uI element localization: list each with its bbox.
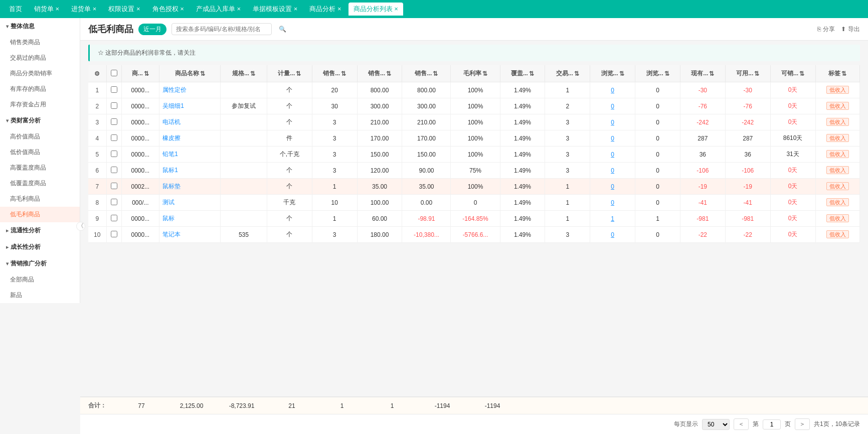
sidebar-item-new-products[interactable]: 新品 [0, 287, 80, 303]
row-checkbox[interactable] [106, 163, 121, 179]
col-coverage[interactable]: 覆盖...⇅ [500, 65, 545, 82]
nav-purchase[interactable]: 进货单 × [66, 3, 101, 16]
sidebar-item-traded-products[interactable]: 交易过的商品 [0, 50, 80, 66]
col-available[interactable]: 可用...⇅ [725, 65, 770, 82]
row-checkbox[interactable] [106, 227, 121, 243]
row-browse1[interactable]: 0 [590, 82, 635, 98]
search-icon[interactable]: 🔍 [279, 26, 286, 33]
row-browse1[interactable]: 0 [590, 147, 635, 163]
col-current[interactable]: 现有...⇅ [680, 65, 725, 82]
nav-product-entry[interactable]: 产成品入库单 × [191, 3, 246, 16]
col-spec[interactable]: 规格...⇅ [221, 65, 267, 82]
filter-recent-month-button[interactable]: 近一月 [138, 24, 166, 35]
col-profit[interactable]: 销售...⇅ [402, 65, 451, 82]
nav-home[interactable]: 首页 [4, 3, 27, 16]
alert-text: ☆ 这部分商品的利润非常低，请关注 [98, 49, 196, 56]
search-input[interactable] [171, 23, 272, 35]
sidebar-collapse-button[interactable]: 《 [76, 222, 85, 231]
row-browse1[interactable]: 0 [590, 163, 635, 179]
row-name[interactable]: 鼠标 [159, 211, 221, 227]
row-name[interactable]: 鼠标垫 [159, 179, 221, 195]
row-name[interactable]: 吴细细1 [159, 98, 221, 114]
sidebar-group-overall[interactable]: ▾ 整体信息 [0, 18, 80, 35]
sidebar-item-low-coverage[interactable]: 低覆盖度商品 [0, 176, 80, 191]
sidebar-item-capital[interactable]: 库存资金占用 [0, 97, 80, 112]
sidebar-item-low-margin[interactable]: 低毛利商品 [0, 207, 80, 222]
sidebar-item-low-value[interactable]: 低价值商品 [0, 144, 80, 160]
col-qty[interactable]: 销售...⇅ [312, 65, 357, 82]
row-no: 1 [88, 82, 106, 98]
page-size-select[interactable]: 50 100 200 [702, 419, 730, 430]
sidebar-group-marketing[interactable]: ▾ 营销推广分析 [0, 255, 80, 272]
sidebar-group-growth[interactable]: ▸ 成长性分析 [0, 239, 80, 255]
sidebar-item-all-products[interactable]: 全部商品 [0, 272, 80, 287]
nav-permission[interactable]: 权限设置 × [103, 3, 145, 16]
sidebar-item-high-margin[interactable]: 高毛利商品 [0, 191, 80, 207]
sidebar-item-high-value[interactable]: 高价值商品 [0, 129, 80, 144]
sidebar-item-inventory-products[interactable]: 有库存的商品 [0, 81, 80, 97]
row-name[interactable]: 橡皮擦 [159, 130, 221, 147]
row-checkbox[interactable] [106, 130, 121, 147]
row-name[interactable]: 测试 [159, 195, 221, 211]
chevron-right-icon-2: ▸ [6, 244, 9, 250]
row-no: 2 [88, 98, 106, 114]
sidebar-group-wealth[interactable]: ▾ 类财富分析 [0, 112, 80, 129]
nav-template[interactable]: 单据模板设置 × [248, 3, 302, 16]
next-page-button[interactable]: ＞ [795, 418, 810, 430]
col-settings[interactable]: ⚙ [88, 65, 106, 82]
col-tag[interactable]: 标签⇅ [815, 65, 859, 82]
row-checkbox[interactable] [106, 195, 121, 211]
nav-role[interactable]: 角色授权 × [147, 3, 189, 16]
col-browse2[interactable]: 浏览...⇅ [635, 65, 680, 82]
row-name[interactable]: 鼠标1 [159, 163, 221, 179]
sidebar-group-marketing-label: 营销推广分析 [11, 259, 47, 268]
table-row: 7 0002... 鼠标垫 个 1 35.00 35.00 100% 1.49%… [88, 179, 860, 195]
sidebar-item-sales-products[interactable]: 销售类商品 [0, 35, 80, 50]
col-browse1[interactable]: 浏览...⇅ [590, 65, 635, 82]
row-checkbox[interactable] [106, 98, 121, 114]
sidebar-item-category-rate[interactable]: 商品分类助销率 [0, 66, 80, 81]
col-margin[interactable]: 毛利率⇅ [451, 65, 500, 82]
row-checkbox[interactable] [106, 82, 121, 98]
current-page-input[interactable] [763, 419, 781, 429]
row-name[interactable]: 属性定价 [159, 82, 221, 98]
row-browse1[interactable]: 0 [590, 227, 635, 243]
export-button[interactable]: ⬆ 导出 [841, 25, 860, 34]
row-browse1[interactable]: 0 [590, 179, 635, 195]
sidebar-group-flow[interactable]: ▸ 流通性分析 [0, 222, 80, 239]
row-checkbox[interactable] [106, 114, 121, 130]
nav-analysis-list[interactable]: 商品分析列表 × [349, 3, 403, 16]
row-browse1[interactable]: 0 [590, 195, 635, 211]
row-checkbox[interactable] [106, 147, 121, 163]
row-saleable: 0天 [770, 227, 815, 243]
nav-sales[interactable]: 销货单 × [29, 3, 64, 16]
share-button[interactable]: ⎘ 分享 [817, 25, 835, 34]
row-unit: 个,千克 [267, 147, 312, 163]
row-saleable: 0天 [770, 163, 815, 179]
row-trades: 3 [545, 163, 590, 179]
col-name[interactable]: 商品名称⇅ [159, 65, 221, 82]
col-code[interactable]: 商...⇅ [121, 65, 159, 82]
row-browse1[interactable]: 0 [590, 130, 635, 147]
prev-page-button[interactable]: ＜ [734, 418, 749, 430]
col-unit[interactable]: 计量...⇅ [267, 65, 312, 82]
row-profit: 800.00 [402, 82, 451, 98]
sidebar-item-high-coverage[interactable]: 高覆盖度商品 [0, 160, 80, 176]
row-unit: 个 [267, 227, 312, 243]
row-name[interactable]: 铅笔1 [159, 147, 221, 163]
table-container[interactable]: ⚙ 商...⇅ 商品名称⇅ 规格...⇅ 计量...⇅ 销售...⇅ 销售...… [80, 65, 868, 396]
row-checkbox[interactable] [106, 211, 121, 227]
row-name[interactable]: 笔记本 [159, 227, 221, 243]
row-browse1[interactable]: 1 [590, 211, 635, 227]
row-amount: 170.00 [357, 130, 402, 147]
row-name[interactable]: 电话机 [159, 114, 221, 130]
select-all-checkbox[interactable] [111, 70, 117, 76]
row-browse1[interactable]: 0 [590, 98, 635, 114]
row-checkbox[interactable] [106, 179, 121, 195]
nav-analysis[interactable]: 商品分析 × [304, 3, 346, 16]
col-trades[interactable]: 交易...⇅ [545, 65, 590, 82]
col-amount[interactable]: 销售...⇅ [357, 65, 402, 82]
col-saleable[interactable]: 可销...⇅ [770, 65, 815, 82]
row-browse1[interactable]: 0 [590, 114, 635, 130]
row-current: -981 [680, 211, 725, 227]
